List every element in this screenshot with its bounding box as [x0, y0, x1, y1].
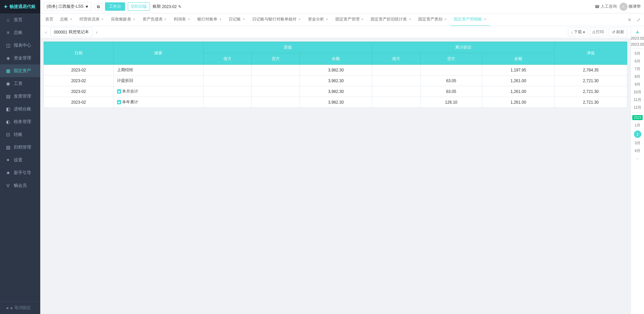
sidebar-item-close[interactable]: ⊡ 结账: [0, 128, 40, 141]
logo-icon: ✦: [3, 4, 8, 10]
tab-status[interactable]: 经营状况表×: [76, 13, 108, 26]
right-panel-month-2-active[interactable]: 2: [634, 130, 641, 138]
tab-fixed_detail[interactable]: 固定资产明细账×: [450, 13, 490, 26]
tab-reconcile[interactable]: 日记账与银行对账单核对×: [249, 13, 305, 26]
sidebar-item-general[interactable]: ≡ 总账: [0, 26, 40, 39]
right-panel-month-7[interactable]: 7月: [631, 65, 644, 73]
maximize-btn[interactable]: ⤢: [635, 16, 642, 23]
table-wrapper: 日期 摘要 原值 累计折旧 净值 借方 贷方 余额 借方 贷方 余额: [40, 38, 631, 314]
right-panel-month-8[interactable]: 8月: [631, 73, 644, 81]
sidebar-item-fixed[interactable]: ▦ 固定资产: [0, 64, 40, 77]
tab-close-fixed_mgr[interactable]: ×: [361, 17, 364, 21]
sidebar-item-member[interactable]: V 畅会员: [0, 179, 40, 192]
guide-icon: ★: [5, 170, 11, 175]
close-all-btn[interactable]: ✕: [626, 16, 633, 23]
period-label: 账期 2023-02 ✎: [153, 4, 181, 9]
table-row: 2023-02 ■本年累计 3,982.30 126.10 1,261.00 2…: [44, 97, 627, 108]
tab-deprec_stat[interactable]: 固定资产折旧统计表×: [367, 13, 415, 26]
right-panel-year-2023[interactable]: 2023: [632, 115, 643, 120]
print-label: 打印: [596, 29, 604, 35]
cell-ljzj-balance: 1,261.00: [482, 97, 554, 108]
tab-label-fixed_mgr: 固定资产管理: [335, 16, 360, 22]
sidebar-item-payroll[interactable]: ◉ 工资: [0, 77, 40, 90]
tab-close-bank[interactable]: ×: [219, 17, 222, 21]
download-btn[interactable]: ↓ 下载 ▾: [568, 28, 588, 37]
user-menu[interactable]: 人 徐泽华: [620, 3, 641, 11]
cell-ljzj-credit: [420, 65, 482, 75]
right-panel-sep1: [632, 48, 643, 49]
tab-general[interactable]: 总账×: [57, 13, 76, 26]
asset-item[interactable]: 000001 联想笔记本: [50, 27, 93, 37]
sidebar-item-settings[interactable]: ✦ 设置: [0, 154, 40, 166]
tab-close-status[interactable]: ×: [101, 17, 104, 21]
cell-net-value: 2,721.30: [554, 75, 627, 86]
sidebar-item-reports[interactable]: ◫ 报表中心: [0, 39, 40, 52]
topbar: (劲务) 江西服垄-LSS ▼ ⧉ 工作台 切到旧版 账期 2023-02 ✎ …: [40, 0, 644, 13]
tab-assets[interactable]: 资产负债表×: [139, 13, 171, 26]
sidebar-item-capital[interactable]: ◈ 资金管理: [0, 52, 40, 64]
right-panel-month-6[interactable]: 6月: [631, 57, 644, 65]
right-panel-month-1[interactable]: 1月: [631, 121, 644, 129]
right-panel-month-12[interactable]: 12月: [631, 104, 644, 111]
asset-code: 000001: [54, 30, 67, 35]
tab-close-profit[interactable]: ×: [187, 17, 191, 21]
sidebar-item-label-tax: 税务管理: [14, 119, 31, 125]
download-arrow: ▾: [583, 30, 585, 35]
tab-fixed_type[interactable]: 固定资产类别×: [415, 13, 450, 26]
sidebar: ✦ 畅捷通易代账 ⌂ 首页 ≡ 总账 ◫ 报表中心 ◈ 资金管理 ▦ 固定资产 …: [0, 0, 40, 314]
workspace-btn[interactable]: 工作台: [105, 2, 125, 11]
sidebar-item-invoice[interactable]: ▤ 发票管理: [0, 90, 40, 103]
asset-name: 联想笔记本: [69, 29, 89, 35]
support-label: 人工咨询: [601, 4, 617, 9]
tab-close-capital[interactable]: ×: [325, 17, 329, 21]
sub-nav-prev[interactable]: ‹: [44, 29, 49, 36]
sidebar-item-guide[interactable]: ★ 新手引导: [0, 166, 40, 179]
tab-close-deprec_stat[interactable]: ×: [408, 17, 412, 21]
sidebar-item-tax[interactable]: ◐ 税务管理: [0, 115, 40, 128]
sub-nav-next[interactable]: ›: [94, 29, 99, 36]
payroll-icon: ◉: [5, 81, 11, 86]
print-btn[interactable]: ⎙ 打印: [590, 28, 607, 37]
copy-btn[interactable]: ⧉: [95, 3, 102, 10]
tab-journal[interactable]: 日记账×: [225, 13, 249, 26]
refresh-label: 刷新: [616, 29, 624, 35]
tab-profit[interactable]: 利润表×: [170, 13, 194, 26]
tab-close-receivable[interactable]: ×: [132, 17, 136, 21]
right-panel-month-10[interactable]: 10月: [631, 88, 644, 96]
right-panel-month-4[interactable]: 4月: [631, 147, 644, 155]
period-edit-icon[interactable]: ✎: [178, 4, 181, 9]
tab-bank[interactable]: 银行对账单×: [194, 13, 225, 26]
right-panel-month-5[interactable]: 5月: [631, 50, 644, 57]
sidebar-unpin-btn[interactable]: ◄◄ 取消固定: [0, 301, 40, 314]
tab-close-general[interactable]: ×: [69, 17, 73, 21]
sidebar-item-label-reports: 报表中心: [14, 42, 31, 48]
support-btn[interactable]: ☎ 人工咨询: [595, 4, 617, 9]
fixed-asset-detail-table: 日期 摘要 原值 累计折旧 净值 借方 贷方 余额 借方 贷方 余额: [44, 42, 627, 108]
tab-receivable[interactable]: 应收账龄表×: [108, 13, 139, 26]
tab-fixed_mgr[interactable]: 固定资产管理×: [332, 13, 368, 26]
switch-btn[interactable]: 切到旧版: [128, 2, 150, 11]
right-panel-month-11[interactable]: 11月: [631, 96, 644, 104]
support-icon: ☎: [595, 4, 600, 9]
sidebar-item-sales[interactable]: ◧ 进销台账: [0, 103, 40, 115]
right-panel-month-9[interactable]: 9月: [631, 81, 644, 88]
tab-capital[interactable]: 资金分析×: [305, 13, 332, 26]
cell-net-value: 2,784.35: [554, 65, 627, 75]
right-panel-month-3[interactable]: 3月: [631, 139, 644, 147]
cell-yz-debit: [203, 86, 252, 97]
tab-close-assets[interactable]: ×: [164, 17, 167, 21]
tab-close-journal[interactable]: ×: [242, 17, 246, 21]
capital-icon: ◈: [5, 55, 11, 61]
company-selector[interactable]: (劲务) 江西服垄-LSS ▼: [44, 2, 92, 11]
main-area: (劲务) 江西服垄-LSS ▼ ⧉ 工作台 切到旧版 账期 2023-02 ✎ …: [40, 0, 644, 314]
right-panel-down[interactable]: ○: [635, 155, 640, 162]
sidebar-item-archive[interactable]: ▨ 归档管理: [0, 141, 40, 154]
tab-close-reconcile[interactable]: ×: [298, 17, 301, 21]
tab-home[interactable]: 首页: [42, 13, 57, 26]
refresh-btn[interactable]: ↺ 刷新: [609, 28, 627, 37]
right-panel-up[interactable]: ▲: [634, 28, 641, 35]
cell-ljzj-debit: [372, 86, 421, 97]
tab-close-fixed_detail[interactable]: ×: [483, 17, 487, 21]
tab-close-fixed_type[interactable]: ×: [444, 17, 447, 21]
sidebar-item-home[interactable]: ⌂ 首页: [0, 13, 40, 26]
